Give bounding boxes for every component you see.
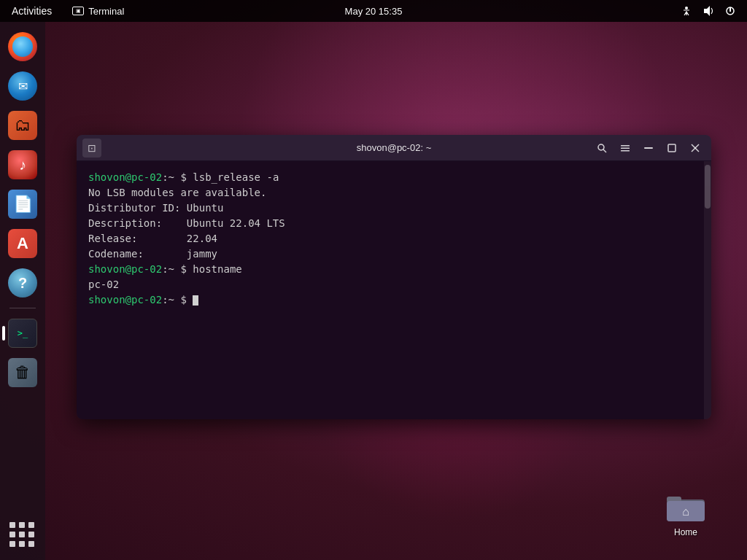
embed-button[interactable]: [82, 139, 101, 158]
topbar-datetime: May 20 15:35: [345, 6, 403, 17]
terminal-dock-icon: [8, 319, 37, 348]
power-icon[interactable]: [724, 4, 737, 18]
svg-point-4: [598, 144, 604, 150]
svg-marker-1: [704, 6, 710, 16]
terminal-output-6: pc-02: [88, 277, 700, 292]
rhythmbox-icon: [8, 150, 37, 179]
activities-button[interactable]: Activities: [0, 0, 63, 22]
appcenter-icon: [8, 229, 37, 258]
topbar-left: Activities ▣ Terminal: [0, 0, 133, 22]
titlebar-controls: [592, 138, 705, 158]
help-icon: [8, 268, 37, 298]
svg-rect-6: [621, 145, 630, 147]
firefox-icon: [8, 32, 37, 61]
close-button[interactable]: [685, 138, 705, 158]
svg-rect-9: [644, 147, 653, 149]
dock-item-appcenter[interactable]: [5, 226, 40, 261]
dock-item-thunderbird[interactable]: [5, 69, 40, 104]
terminal-window: shovon@pc-02: ~: [77, 135, 711, 419]
topbar-terminal-label: Terminal: [88, 6, 124, 17]
svg-rect-8: [621, 150, 630, 152]
terminal-current-prompt: shovon@pc-02:~ $: [88, 292, 700, 308]
dock-item-apps-grid[interactable]: [5, 518, 40, 553]
topbar: Activities ▣ Terminal May 20 15:35: [0, 0, 747, 22]
cursor: [193, 295, 198, 306]
home-folder-label: Home: [674, 527, 697, 537]
apps-grid-icon: [8, 521, 37, 550]
dock-item-firefox[interactable]: [5, 29, 40, 64]
svg-point-0: [685, 7, 688, 9]
svg-rect-10: [668, 144, 676, 152]
home-folder-desktop-icon[interactable]: ⌂ Home: [662, 486, 709, 542]
terminal-line-1: shovon@pc-02:~ $ lsb_release -a: [88, 170, 700, 185]
dock-item-trash[interactable]: [5, 355, 40, 390]
scrollbar-thumb[interactable]: [705, 165, 711, 209]
terminal-titlebar: shovon@pc-02: ~: [77, 135, 711, 161]
dock-item-files[interactable]: [5, 108, 40, 143]
terminal-scrollbar[interactable]: [704, 161, 711, 419]
terminal-output-5: Codename: jammy: [88, 246, 700, 262]
terminal-line-2: shovon@pc-02:~ $ hostname: [88, 262, 700, 277]
desktop: Activities ▣ Terminal May 20 15:35: [0, 0, 747, 560]
terminal-output-1: No LSB modules are available.: [88, 185, 700, 201]
dock-item-rhythmbox[interactable]: [5, 147, 40, 182]
prompt-2: shovon@pc-02: [88, 263, 162, 275]
prompt-3: shovon@pc-02: [88, 294, 162, 306]
titlebar-left: [82, 139, 101, 158]
volume-icon[interactable]: [702, 4, 715, 18]
terminal-output-3: Description: Ubuntu 22.04 LTS: [88, 216, 700, 231]
writer-icon: [8, 190, 37, 219]
dock: [0, 22, 45, 560]
dock-item-help[interactable]: [5, 265, 40, 300]
terminal-content[interactable]: shovon@pc-02:~ $ lsb_release -a No LSB m…: [77, 161, 711, 419]
topbar-terminal-app[interactable]: ▣ Terminal: [63, 0, 133, 22]
prompt-1: shovon@pc-02: [88, 171, 162, 183]
menu-button[interactable]: [615, 138, 635, 158]
dock-item-terminal[interactable]: [5, 316, 40, 351]
terminal-small-icon: ▣: [72, 7, 84, 15]
dock-item-writer[interactable]: [5, 187, 40, 222]
home-folder-icon: ⌂: [667, 491, 705, 524]
svg-text:⌂: ⌂: [682, 505, 689, 518]
svg-rect-7: [621, 147, 630, 149]
terminal-title: shovon@pc-02: ~: [357, 142, 431, 153]
maximize-button[interactable]: [662, 138, 682, 158]
search-button[interactable]: [592, 138, 612, 158]
command-1: lsb_release -a: [193, 171, 279, 183]
svg-line-5: [603, 149, 606, 152]
trash-icon: [8, 358, 37, 387]
terminal-output-2: Distributor ID: Ubuntu: [88, 201, 700, 216]
dock-separator: [9, 308, 36, 308]
command-2: hostname: [193, 263, 241, 275]
terminal-output-4: Release: 22.04: [88, 231, 700, 246]
files-icon: [8, 111, 37, 140]
accessibility-icon[interactable]: [680, 4, 693, 18]
thunderbird-icon: [8, 71, 37, 101]
minimize-button[interactable]: [638, 138, 659, 158]
topbar-right: [680, 4, 747, 18]
